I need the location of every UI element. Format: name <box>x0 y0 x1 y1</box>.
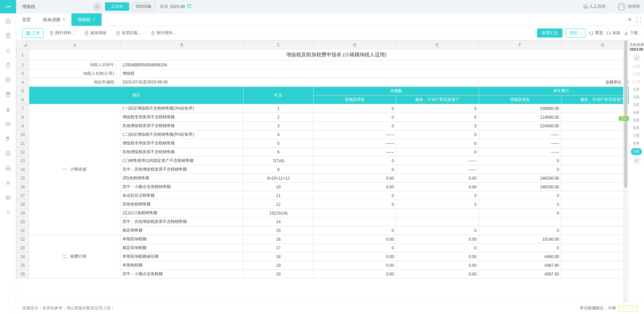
cell-e[interactable]: 0 <box>396 113 479 122</box>
cell-colno[interactable]: 7(7≥8) <box>243 156 314 165</box>
cell-colno[interactable]: 17 <box>243 244 314 252</box>
cell-colno[interactable]: 13(13≥14) <box>243 209 314 217</box>
initial-button[interactable]: 期初 <box>566 28 586 38</box>
cell-e[interactable]: 0 <box>396 139 479 148</box>
row-header[interactable]: 10 <box>16 130 29 139</box>
cell-e[interactable]: 0 <box>396 104 479 113</box>
cell-f[interactable]: —— <box>479 139 561 148</box>
cell-f[interactable]: 0 <box>479 244 561 252</box>
cell-f[interactable]: 0 <box>479 191 561 200</box>
cell-item[interactable]: 本期应纳税额 <box>120 235 244 244</box>
cell-colno[interactable]: 10 <box>243 183 314 191</box>
row-header[interactable]: 9 <box>16 122 29 130</box>
grid-corner[interactable] <box>16 41 29 49</box>
row-header[interactable]: 11 <box>16 139 29 148</box>
cell-item[interactable]: 本期免税额 <box>120 261 244 270</box>
cell-item[interactable]: 其中：小微企业免税销售额 <box>120 183 244 191</box>
workspace-button[interactable]: 工作台 <box>105 2 129 11</box>
cell-f[interactable]: 146260.00 <box>479 183 561 191</box>
cell-e[interactable]: 0 <box>396 191 479 200</box>
nav-hand-icon[interactable] <box>0 131 16 146</box>
cell-f[interactable]: 4387.80 <box>479 270 561 278</box>
row-header[interactable]: 17 <box>16 191 29 200</box>
cell-item[interactable]: 其中：其他增值税发票不含税销售额 <box>120 165 244 174</box>
row-header[interactable]: 14 <box>16 165 29 174</box>
cell-colno[interactable]: 20 <box>243 270 314 278</box>
cell-f[interactable]: 146260.00 <box>479 174 561 183</box>
cell-e[interactable] <box>396 217 479 226</box>
cell-d[interactable]: 0 <box>314 104 396 113</box>
cell-colno[interactable]: 5 <box>243 139 314 148</box>
col-header-A[interactable]: A <box>29 41 120 49</box>
cell-e[interactable] <box>396 209 479 217</box>
subtab-3[interactable]: 发票归集... <box>112 28 145 38</box>
cell-item[interactable]: 未达起征点销售额 <box>120 191 244 200</box>
nav-money-icon[interactable] <box>0 117 16 131</box>
row-header[interactable]: 8 <box>16 113 29 122</box>
cell-item[interactable]: 本期应纳税额减征额 <box>120 252 244 261</box>
cell-item[interactable]: 核定销售额 <box>120 226 244 235</box>
cell-f[interactable]: —— <box>479 130 561 139</box>
cell-e[interactable]: —— <box>396 165 479 174</box>
cell-f[interactable]: 4480.00 <box>479 252 561 261</box>
col-header-B[interactable]: B <box>120 41 244 49</box>
tab-2[interactable]: 增值税✕ <box>71 13 102 26</box>
nav-video-icon[interactable] <box>0 190 16 205</box>
month-5[interactable]: 3月 <box>629 101 644 109</box>
cell-f[interactable]: 0 <box>479 156 561 165</box>
cell-item[interactable]: 核定应纳税额 <box>120 244 244 252</box>
subtab-2[interactable]: 减免明细 <box>80 28 110 38</box>
cell-d[interactable]: —— <box>314 130 396 139</box>
nav-doc-icon[interactable] <box>0 28 16 43</box>
subtab-4[interactable]: 附列资料... <box>147 28 180 38</box>
row-header[interactable]: 16 <box>16 183 29 191</box>
month-8[interactable]: 6月 <box>629 124 644 132</box>
cell-item[interactable]: 其他免税销售额 <box>120 200 244 209</box>
cell-d[interactable]: 0.00 <box>314 183 396 191</box>
cell-d[interactable]: 0 <box>314 191 396 200</box>
tab-close-all-icon[interactable]: ✕ <box>628 16 632 23</box>
nav-calc-icon[interactable] <box>0 87 16 102</box>
round-menu-icon[interactable] <box>93 2 102 11</box>
download-button[interactable]: 下载 <box>624 30 638 36</box>
user-menu[interactable]: 徐泽华 <box>617 2 640 11</box>
nav-stamp-icon[interactable] <box>0 102 16 117</box>
row-header[interactable]: 18 <box>16 200 29 209</box>
cell-colno[interactable]: 15 <box>243 226 314 235</box>
cell-colno[interactable]: 6 <box>243 148 314 156</box>
row-header[interactable]: 15 <box>16 174 29 183</box>
cell-e[interactable]: 0 <box>396 244 479 252</box>
month-0[interactable]: 10月 <box>629 63 644 70</box>
cell-item[interactable]: 其他增值税发票不含税销售额 <box>120 122 244 130</box>
col-header-F[interactable]: F <box>479 41 561 49</box>
cell-e[interactable]: 0.00 <box>396 252 479 261</box>
nav-home-icon[interactable] <box>0 13 16 28</box>
subtab-0[interactable]: 主表 <box>22 28 44 38</box>
cell-item[interactable]: (四)免税销售额 <box>120 174 244 183</box>
month-10[interactable]: 8月 <box>629 140 644 147</box>
nav-bag-icon[interactable] <box>0 58 16 72</box>
cell-d[interactable]: 0 <box>314 122 396 130</box>
cell-e[interactable]: 0 <box>396 226 479 235</box>
vertical-scrollbar[interactable] <box>623 40 628 302</box>
cell-colno[interactable]: 2 <box>243 113 314 122</box>
col-header-E[interactable]: E <box>396 41 479 49</box>
cell-f[interactable]: 4387.80 <box>479 261 561 270</box>
tab-fullscreen-icon[interactable]: ⛶ <box>636 17 641 23</box>
cell-e[interactable]: 0.00 <box>396 261 479 270</box>
cell-d[interactable]: 0.00 <box>314 261 396 270</box>
cell-d[interactable] <box>314 209 396 217</box>
cell-d[interactable]: 0.00 <box>314 235 396 244</box>
cell-f[interactable]: —— <box>479 148 561 156</box>
month-9[interactable]: 7月 <box>629 132 644 140</box>
row-header[interactable]: 7 <box>16 104 29 113</box>
cell-colno[interactable]: 4 <box>243 130 314 139</box>
cell-f[interactable] <box>479 217 561 226</box>
cell-item[interactable]: 增值税专用发票不含税销售额 <box>120 139 244 148</box>
cell-colno[interactable]: 18 <box>243 252 314 261</box>
cell-colno[interactable]: 3 <box>243 122 314 130</box>
month-down-icon[interactable]: ▼ <box>633 157 640 164</box>
cell-d[interactable]: 0 <box>314 165 396 174</box>
cell-colno[interactable]: 8 <box>243 165 314 174</box>
invoice-summary-button[interactable]: 发票汇总 <box>537 28 562 38</box>
